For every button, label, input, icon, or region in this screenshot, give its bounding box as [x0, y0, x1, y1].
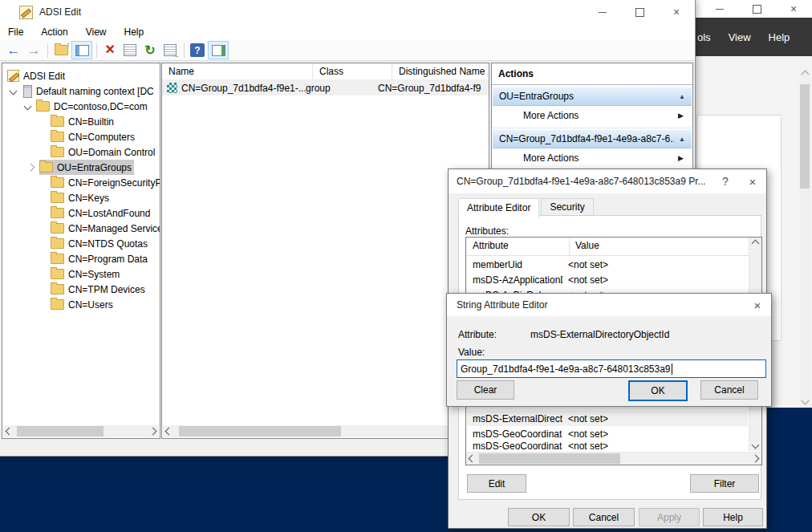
help-icon[interactable]: ?: [712, 169, 739, 193]
tree-item-cn-lostandfound[interactable]: CN=LostAndFound: [2, 205, 160, 221]
attribute-row[interactable]: msDS-AzApplicationD... <not set>: [467, 272, 748, 287]
tree-item-ou-entragroups[interactable]: OU=EntraGroups: [2, 160, 160, 175]
more-actions-item[interactable]: More Actions ▶: [493, 106, 692, 125]
show-console-tree-icon[interactable]: [71, 41, 92, 59]
tree-item-cn-ntds-quotas[interactable]: CN=NTDS Quotas: [2, 236, 160, 251]
apply-button[interactable]: Apply: [639, 508, 700, 526]
column-header-distinguished-name[interactable]: Distinguished Name: [392, 63, 489, 79]
minimize-icon[interactable]: [701, 0, 738, 18]
chevron-collapsed-icon[interactable]: [28, 164, 39, 170]
scroll-up-icon[interactable]: [799, 68, 810, 80]
chevron-expanded-icon[interactable]: [25, 104, 36, 109]
up-one-level-icon[interactable]: ↑: [51, 42, 71, 59]
delete-icon[interactable]: [100, 42, 120, 59]
tree-item-adsi-root[interactable]: ADSI Edit: [2, 68, 160, 83]
scroll-right-icon[interactable]: [147, 425, 159, 437]
tab-attribute-editor[interactable]: Attribute Editor: [458, 198, 539, 217]
scroll-left-icon[interactable]: [163, 425, 175, 437]
menu-item-tools[interactable]: ols: [697, 31, 711, 43]
tree-item-cn-builtin[interactable]: CN=Builtin: [2, 114, 160, 129]
actions-section-cn-group[interactable]: CN=Group_7d1bdfa4-f9e1-4e9a-a8c7-6... ▲: [493, 129, 692, 148]
tree-item-cn-users[interactable]: CN=Users: [2, 297, 160, 312]
refresh-icon[interactable]: [140, 42, 160, 59]
minimize-icon[interactable]: [584, 0, 621, 24]
scrollbar-thumb[interactable]: [179, 426, 341, 437]
column-header-class[interactable]: Class: [313, 63, 392, 79]
export-list-icon[interactable]: [160, 42, 180, 59]
actions-section-ou-entragroups[interactable]: OU=EntraGroups ▲: [493, 87, 692, 106]
close-icon[interactable]: ×: [775, 0, 812, 18]
tree-item-dc-contoso[interactable]: DC=contoso,DC=com: [2, 99, 160, 114]
filter-button[interactable]: Filter: [690, 474, 759, 493]
show-action-pane-icon[interactable]: [208, 41, 229, 59]
scroll-right-icon[interactable]: [749, 453, 761, 465]
collapse-section-icon[interactable]: ▲: [679, 93, 685, 100]
tree-item-cn-system[interactable]: CN=System: [2, 266, 160, 282]
close-icon[interactable]: ×: [744, 294, 771, 316]
scroll-left-icon[interactable]: [466, 453, 478, 465]
scrollbar-thumb[interactable]: [800, 84, 810, 189]
edit-button[interactable]: Edit: [467, 474, 526, 493]
actions-pane-title: Actions: [492, 63, 692, 85]
tab-security[interactable]: Security: [541, 198, 593, 216]
tree-item-cn-keys[interactable]: CN=Keys: [2, 190, 160, 205]
help-icon[interactable]: [188, 42, 207, 59]
menu-action[interactable]: Action: [32, 26, 76, 38]
adsi-titlebar[interactable]: ADSI Edit ×: [0, 0, 695, 24]
tree-item-cn-program-data[interactable]: CN=Program Data: [2, 251, 160, 266]
list-horizontal-scrollbar[interactable]: [163, 425, 488, 437]
back-icon[interactable]: [4, 42, 23, 59]
dialog-title: CN=Group_7d1bdfa4-f9e1-4e9a-a8c7-648013c…: [457, 176, 712, 187]
selected-tree-item[interactable]: OU=EntraGroups: [39, 160, 134, 175]
close-icon[interactable]: ×: [658, 0, 695, 24]
menu-item-help[interactable]: Help: [769, 31, 790, 43]
window-title: ADSI Edit: [39, 6, 81, 18]
attribute-row-selected[interactable]: msDS-ExternalDirecto... <not set>: [467, 411, 748, 426]
forward-icon[interactable]: [24, 42, 43, 59]
result-list-pane: Name Class Distinguished Name CN=Group_7…: [161, 63, 489, 439]
cancel-button[interactable]: Cancel: [573, 508, 635, 526]
folder-icon: [51, 177, 64, 188]
help-button[interactable]: Help: [703, 508, 763, 526]
properties-icon[interactable]: [120, 42, 140, 59]
close-icon[interactable]: ×: [739, 169, 766, 193]
tree-item-ou-domain-controllers[interactable]: OU=Domain Control: [2, 144, 160, 160]
value-input[interactable]: Group_7d1bdfa4-f9e1-4e9a-a8c7-648013c853…: [457, 359, 766, 378]
folder-icon: [51, 116, 64, 127]
tree-item-default-naming-context[interactable]: Default naming context [DC: [2, 83, 160, 99]
tree-horizontal-scrollbar[interactable]: [3, 425, 159, 437]
list-row-group[interactable]: CN=Group_7d1bdfa4-f9e1-... group CN=Grou…: [162, 80, 489, 95]
clear-button[interactable]: Clear: [457, 380, 514, 400]
ok-button[interactable]: OK: [628, 380, 688, 401]
background-vertical-scrollbar[interactable]: [799, 68, 810, 407]
maximize-icon[interactable]: [621, 0, 658, 24]
menu-help[interactable]: Help: [116, 26, 153, 38]
cancel-button[interactable]: Cancel: [700, 380, 758, 400]
tree-item-cn-tpm-devices[interactable]: CN=TPM Devices: [2, 282, 160, 297]
scrollbar-thumb[interactable]: [17, 426, 104, 437]
tree-item-cn-computers[interactable]: CN=Computers: [2, 129, 160, 144]
tree-item-cn-managed-service-accounts[interactable]: CN=Managed Service: [2, 221, 160, 236]
collapse-section-icon[interactable]: ▲: [679, 136, 685, 143]
ok-button[interactable]: OK: [508, 508, 570, 526]
attribute-row[interactable]: memberUid <not set>: [467, 257, 748, 272]
scroll-down-icon[interactable]: [799, 395, 810, 407]
menu-file[interactable]: File: [0, 26, 32, 38]
more-actions-item[interactable]: More Actions ▶: [493, 148, 692, 168]
maximize-icon[interactable]: [738, 0, 775, 18]
attributes-horizontal-scrollbar[interactable]: [466, 452, 761, 465]
chevron-expanded-icon[interactable]: [10, 88, 22, 94]
scroll-left-icon[interactable]: [3, 425, 15, 437]
column-header-attribute[interactable]: Attribute: [466, 238, 570, 255]
tree-item-cn-foreignsecurityprincipals[interactable]: CN=ForeignSecurityP: [2, 175, 160, 190]
dialog-titlebar[interactable]: CN=Group_7d1bdfa4-f9e1-4e9a-a8c7-648013c…: [449, 169, 766, 193]
scroll-down-icon[interactable]: [749, 439, 761, 451]
menu-view[interactable]: View: [77, 26, 116, 38]
scroll-up-icon[interactable]: [749, 238, 761, 250]
menu-item-view[interactable]: View: [729, 31, 751, 43]
column-header-value[interactable]: Value: [570, 238, 599, 255]
scrollbar-thumb[interactable]: [479, 453, 620, 464]
dialog-titlebar[interactable]: String Attribute Editor ×: [447, 294, 771, 316]
column-header-name[interactable]: Name: [162, 63, 313, 79]
folder-icon: [51, 132, 64, 142]
